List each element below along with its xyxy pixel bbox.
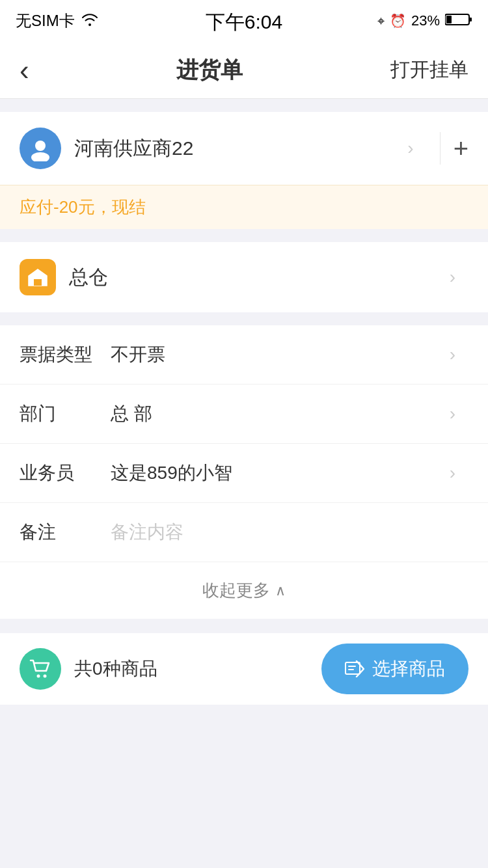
- status-right: ⌖ ⏰ 23%: [377, 12, 472, 30]
- battery-percent: 23%: [411, 12, 440, 29]
- salesman-value: 这是859的小智: [111, 461, 450, 485]
- invoice-chevron-icon: ›: [450, 344, 455, 365]
- divider: [440, 132, 441, 165]
- department-chevron-icon: ›: [450, 403, 455, 424]
- battery-icon: [445, 12, 472, 30]
- supplier-avatar: [20, 128, 61, 169]
- invoice-label: 票据类型: [20, 342, 111, 367]
- svg-point-7: [44, 675, 47, 678]
- add-supplier-button[interactable]: +: [454, 135, 468, 161]
- warehouse-name: 总仓: [69, 264, 450, 291]
- alarm-icon: ⏰: [390, 13, 406, 29]
- status-left: 无SIM卡: [16, 10, 98, 31]
- supplier-notice: 应付-20元，现结: [0, 185, 488, 229]
- svg-rect-5: [34, 279, 42, 286]
- location-icon: ⌖: [377, 14, 385, 29]
- warehouse-row[interactable]: 总仓 ›: [0, 242, 488, 312]
- invoice-value: 不开票: [111, 342, 450, 367]
- status-bar: 无SIM卡 下午6:04 ⌖ ⏰ 23%: [0, 0, 488, 42]
- svg-rect-8: [346, 662, 360, 674]
- supplier-name: 河南供应商22: [74, 135, 407, 162]
- status-time: 下午6:04: [206, 9, 282, 36]
- collapse-button[interactable]: 收起更多 ∧: [0, 562, 488, 619]
- wifi-icon: [81, 12, 98, 30]
- svg-rect-2: [446, 16, 452, 23]
- svg-point-6: [37, 675, 40, 678]
- warehouse-chevron-icon: ›: [450, 267, 455, 288]
- open-pending-button[interactable]: 打开挂单: [390, 57, 468, 83]
- remark-label: 备注: [20, 520, 111, 545]
- department-value: 总 部: [111, 401, 450, 426]
- section-gap-4: [0, 619, 488, 632]
- supplier-card: 河南供应商22 › + 应付-20元，现结: [0, 112, 488, 229]
- background-fill: [0, 705, 488, 868]
- section-gap-1: [0, 99, 488, 112]
- select-product-icon: [345, 660, 364, 677]
- form-card: 票据类型 不开票 › 部门 总 部 › 业务员 这是859的小智 › 备注 备注…: [0, 325, 488, 619]
- carrier-label: 无SIM卡: [16, 10, 75, 31]
- warehouse-card: 总仓 ›: [0, 242, 488, 312]
- supplier-row[interactable]: 河南供应商22 › +: [0, 112, 488, 185]
- collapse-arrow-icon: ∧: [275, 582, 286, 599]
- product-count: 共0种商品: [74, 657, 321, 681]
- cart-icon-wrap: [20, 648, 61, 690]
- select-product-label: 选择商品: [372, 657, 445, 681]
- nav-bar: ‹ 进货单 打开挂单: [0, 42, 488, 99]
- bottom-bar: 共0种商品 选择商品: [0, 633, 488, 705]
- back-button[interactable]: ‹: [20, 56, 29, 85]
- invoice-type-row[interactable]: 票据类型 不开票 ›: [0, 325, 488, 384]
- select-product-button[interactable]: 选择商品: [321, 644, 468, 694]
- supplier-chevron-icon: ›: [407, 138, 413, 159]
- page-title: 进货单: [176, 55, 243, 85]
- warehouse-icon: [20, 259, 56, 295]
- remark-input[interactable]: 备注内容: [111, 520, 468, 545]
- svg-point-3: [35, 141, 46, 151]
- svg-rect-1: [469, 18, 472, 21]
- department-label: 部门: [20, 401, 111, 426]
- salesman-row[interactable]: 业务员 这是859的小智 ›: [0, 443, 488, 502]
- remark-row[interactable]: 备注 备注内容: [0, 502, 488, 562]
- section-gap-2: [0, 229, 488, 242]
- salesman-chevron-icon: ›: [450, 463, 455, 483]
- section-gap-3: [0, 312, 488, 325]
- svg-point-4: [31, 152, 49, 161]
- collapse-label: 收起更多: [202, 579, 270, 602]
- salesman-label: 业务员: [20, 461, 111, 485]
- department-row[interactable]: 部门 总 部 ›: [0, 384, 488, 443]
